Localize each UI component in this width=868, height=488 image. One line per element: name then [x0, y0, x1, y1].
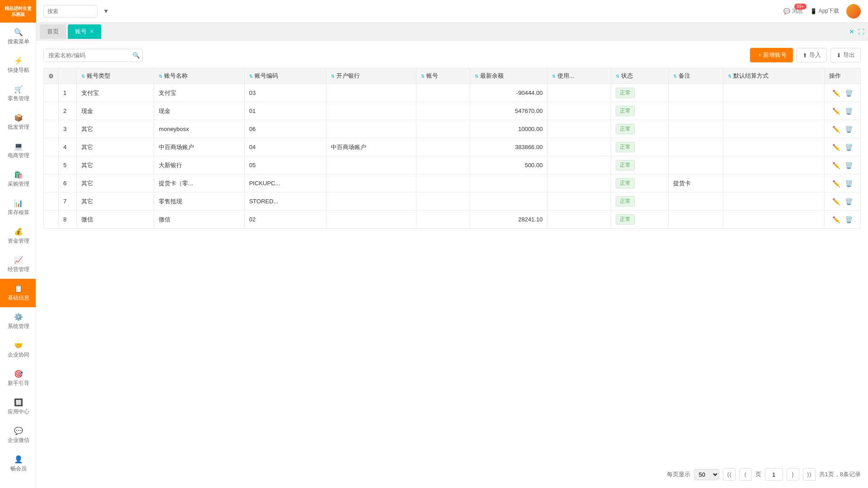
table-row: 1 支付宝 支付宝 03 -90444.00 正常 ✏️ 🗑️	[44, 84, 861, 102]
account-name-col-header[interactable]: ⇅账号名称	[154, 68, 245, 84]
top-bar: ▼ 💬 消息 99+ 📱 App下载	[36, 0, 868, 23]
sidebar-item-operations-mgmt[interactable]: 📈 经营管理	[0, 250, 36, 279]
user-avatar[interactable]	[846, 4, 861, 19]
content-area: 🔍 + 新增账号 ⬆ 导入 ⬇ 导出 ⚙	[36, 41, 868, 488]
sidebar-item-label: 新手引导	[3, 380, 34, 387]
sidebar: 精品进时生意 乐惠版 🔍 搜索菜单 ⚡ 快捷导航 🛒 零售管理 📦 批发管理 💻…	[0, 0, 36, 488]
sidebar-item-app-center[interactable]: 🔲 应用中心	[0, 393, 36, 421]
sidebar-item-retail-mgmt[interactable]: 🛒 零售管理	[0, 80, 36, 108]
note-col-header[interactable]: ⇅备注	[669, 68, 723, 84]
row-settings	[44, 192, 59, 211]
sidebar-item-wholesale-mgmt[interactable]: 📦 批发管理	[0, 108, 36, 136]
sidebar-item-basic-info[interactable]: 📋 基础信息	[0, 279, 36, 307]
close-window-icon[interactable]: ✕	[849, 28, 854, 35]
maximize-window-icon[interactable]: ⛶	[858, 28, 864, 35]
import-button[interactable]: ⬆ 导入	[797, 48, 827, 62]
row-bank	[326, 174, 416, 192]
tab-home[interactable]: 首页	[40, 24, 66, 39]
top-bar-dropdown[interactable]: ▼	[103, 8, 109, 14]
table-row: 6 其它 提货卡（零... PICKUPC... 正常 提货卡 ✏️ 🗑️	[44, 174, 861, 192]
row-account-code: 02	[244, 211, 326, 229]
toolbar: 🔍 + 新增账号 ⬆ 导入 ⬇ 导出	[43, 48, 861, 62]
sidebar-item-quick-nav[interactable]: ⚡ 快捷导航	[0, 51, 36, 80]
account-code-col-header[interactable]: ⇅账号编码	[244, 68, 326, 84]
account-no-col-header[interactable]: ⇅账号	[416, 68, 470, 84]
sidebar-item-label: 批发管理	[3, 123, 34, 131]
search-input[interactable]	[44, 49, 129, 61]
row-status: 正常	[611, 156, 669, 174]
edit-button[interactable]: ✏️	[830, 197, 842, 206]
sidebar-item-enterprise-wechat[interactable]: 💬 企业微信	[0, 421, 36, 450]
delete-button[interactable]: 🗑️	[843, 215, 854, 224]
row-note	[669, 192, 723, 211]
row-actions: ✏️ 🗑️	[825, 174, 861, 192]
row-account-type: 其它	[77, 192, 154, 211]
app-logo: 精品进时生意 乐惠版	[0, 0, 36, 23]
sidebar-item-new-guide[interactable]: 🎯 新手引导	[0, 364, 36, 393]
row-account-no	[416, 138, 470, 156]
search-button[interactable]: 🔍	[129, 49, 143, 61]
delete-button[interactable]: 🗑️	[843, 125, 854, 134]
account-type-col-header[interactable]: ⇅账号类型	[77, 68, 154, 84]
row-use-status	[547, 120, 611, 138]
bank-col-header[interactable]: ⇅开户银行	[326, 68, 416, 84]
app-download-button[interactable]: 📱 App下载	[810, 7, 839, 15]
page-input[interactable]	[765, 468, 783, 481]
edit-button[interactable]: ✏️	[830, 179, 842, 188]
delete-button[interactable]: 🗑️	[843, 107, 854, 116]
sidebar-item-ecommerce-mgmt[interactable]: 💻 电商管理	[0, 136, 36, 165]
row-status: 正常	[611, 102, 669, 120]
sidebar-item-inventory-calc[interactable]: 📊 库存核算	[0, 193, 36, 222]
sidebar-item-system-mgmt[interactable]: ⚙️ 系统管理	[0, 307, 36, 336]
edit-button[interactable]: ✏️	[830, 215, 842, 224]
edit-button[interactable]: ✏️	[830, 89, 842, 98]
row-number: 6	[59, 174, 77, 192]
top-search-input[interactable]	[43, 5, 98, 18]
row-number: 5	[59, 156, 77, 174]
export-button[interactable]: ⬇ 导出	[830, 48, 861, 62]
latest-balance-col-header[interactable]: ⇅最新余额	[470, 68, 547, 84]
delete-button[interactable]: 🗑️	[843, 179, 854, 188]
page-size-select[interactable]: 50 10 20 100	[694, 469, 719, 480]
row-account-name: 微信	[154, 211, 245, 229]
tab-account-close[interactable]: ✕	[90, 28, 94, 35]
delete-button[interactable]: 🗑️	[843, 161, 854, 170]
sidebar-item-finance-mgmt[interactable]: 💰 资金管理	[0, 222, 36, 250]
delete-button[interactable]: 🗑️	[843, 143, 854, 152]
edit-button[interactable]: ✏️	[830, 161, 842, 170]
row-use-status	[547, 138, 611, 156]
settings-col-header[interactable]: ⚙	[44, 68, 59, 84]
row-note	[669, 120, 723, 138]
accounts-table: ⚙ ⇅账号类型 ⇅账号名称 ⇅账号编码 ⇅开户银行 ⇅账号 ⇅最新余额 ⇅使用.…	[43, 68, 861, 229]
tab-account[interactable]: 账号 ✕	[68, 24, 101, 39]
sidebar-item-member[interactable]: 👤 畅会员	[0, 450, 36, 478]
add-account-button[interactable]: + 新增账号	[750, 48, 793, 62]
first-page-button[interactable]: ⟨⟨	[723, 468, 736, 481]
delete-button[interactable]: 🗑️	[843, 197, 854, 206]
enterprise-icon: 🤝	[3, 341, 34, 350]
sidebar-item-purchase-mgmt[interactable]: 🛍️ 采购管理	[0, 165, 36, 193]
row-bank	[326, 211, 416, 229]
sidebar-item-enterprise-agreement[interactable]: 🤝 企业协同	[0, 336, 36, 364]
default-settlement-col-header[interactable]: ⇅默认结算方式	[723, 68, 825, 84]
row-actions: ✏️ 🗑️	[825, 192, 861, 211]
last-page-button[interactable]: ⟩⟩	[803, 468, 816, 481]
row-account-name: 支付宝	[154, 84, 245, 102]
edit-button[interactable]: ✏️	[830, 107, 842, 116]
prev-page-button[interactable]: ⟨	[739, 468, 752, 481]
row-account-type: 其它	[77, 174, 154, 192]
row-account-type: 其它	[77, 120, 154, 138]
row-default-settlement	[723, 156, 825, 174]
messages-button[interactable]: 💬 消息 99+	[783, 7, 803, 15]
sidebar-item-label: 企业微信	[3, 436, 34, 444]
sidebar-item-search-menu[interactable]: 🔍 搜索菜单	[0, 23, 36, 51]
edit-button[interactable]: ✏️	[830, 125, 842, 134]
status-col-header[interactable]: ⇅状态	[611, 68, 669, 84]
delete-button[interactable]: 🗑️	[843, 89, 854, 98]
row-account-code: 04	[244, 138, 326, 156]
edit-button[interactable]: ✏️	[830, 143, 842, 152]
row-account-name: 现金	[154, 102, 245, 120]
next-page-button[interactable]: ⟩	[787, 468, 799, 481]
row-latest-balance	[470, 174, 547, 192]
use-status-col-header[interactable]: ⇅使用...	[547, 68, 611, 84]
